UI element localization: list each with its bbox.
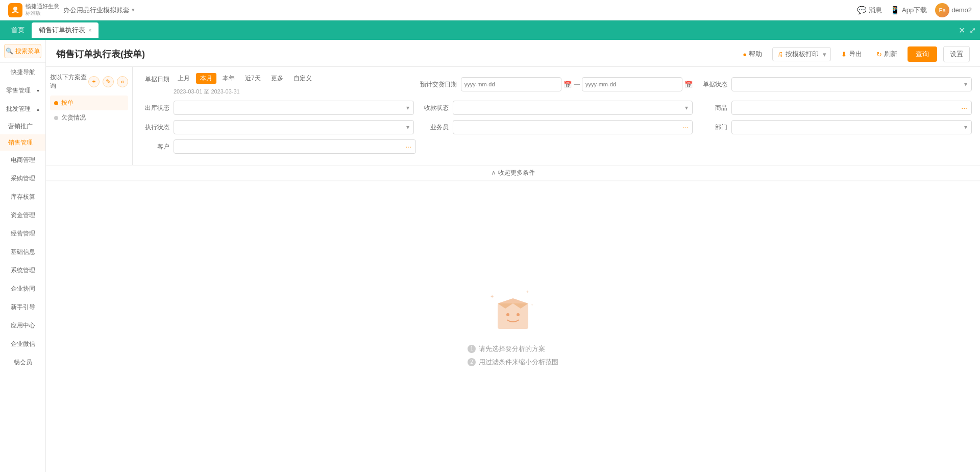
export-button[interactable]: ⬇ 导出	[837, 48, 866, 61]
date-tab-this-month[interactable]: 本月	[196, 73, 216, 84]
user-area[interactable]: Ea demo2	[935, 3, 972, 17]
status-label: 单据状态	[699, 80, 727, 89]
collapse-arrow: ∧	[491, 169, 498, 176]
sidebar-item-member[interactable]: 畅会员	[0, 353, 45, 371]
date-start-icon[interactable]: 📅	[564, 81, 572, 88]
filter-left-header: 按以下方案查询 + ✎ «	[50, 73, 128, 90]
date-field-group: 单据日期 上月 本月 本年 近7天 更多 自定义 2023-03-0	[141, 73, 414, 96]
salesperson-more-icon: ···	[682, 123, 689, 131]
collapse-bar[interactable]: ∧ 收起更多条件	[46, 165, 980, 180]
date-sep: —	[574, 81, 580, 88]
sidebar-search-button[interactable]: 🔍 搜索菜单	[4, 44, 41, 58]
search-button[interactable]: 查询	[908, 46, 937, 62]
tab-expand-btn[interactable]: ⤢	[969, 26, 976, 35]
collect-status-select[interactable]: ▾	[453, 101, 693, 115]
collapse-icon: «	[121, 78, 125, 85]
svg-point-8	[517, 313, 520, 316]
sidebar-item-guide[interactable]: 新手引导	[0, 298, 45, 316]
refresh-button[interactable]: ↻ 刷新	[872, 48, 901, 61]
status-select[interactable]: ▾	[731, 77, 972, 91]
tab-sales-exec[interactable]: 销售订单执行表 ×	[32, 22, 99, 38]
app-title-area[interactable]: 办公用品行业模拟账套 ▾	[63, 6, 135, 15]
sidebar-item-enterprise[interactable]: 企业协同	[0, 279, 45, 298]
sidebar-item-inventory[interactable]: 库存核算	[0, 187, 45, 206]
tab-close-btn[interactable]: ✕	[959, 26, 965, 35]
exec-status-select[interactable]: ▾	[174, 120, 414, 134]
tab-home[interactable]: 首页	[4, 22, 32, 38]
dept-select[interactable]: ▾	[731, 120, 972, 134]
expected-date-end[interactable]	[582, 77, 682, 91]
message-button[interactable]: 💬 消息	[857, 6, 882, 15]
expected-date-label: 预计交货日期	[420, 80, 457, 89]
sidebar-item-retail[interactable]: 零售管理 ▾	[0, 81, 45, 100]
sidebar: 🔍 搜索菜单 快捷导航 零售管理 ▾ 批发管理 ▴ 营销推广 销售管理 电商管理…	[0, 40, 46, 472]
sidebar-item-quick-nav[interactable]: 快捷导航	[0, 63, 45, 81]
scheme-inactive-dot	[54, 116, 58, 120]
scheme-item-shortage[interactable]: 欠货情况	[50, 110, 128, 125]
sidebar-item-wechat[interactable]: 企业微信	[0, 335, 45, 353]
status-arrow: ▾	[964, 81, 967, 88]
date-end-icon[interactable]: 📅	[684, 81, 693, 88]
header-right: 💬 消息 📱 App下载 Ea demo2	[857, 3, 972, 17]
print-label: 按模板打印	[786, 50, 819, 59]
tab-close-icon[interactable]: ×	[88, 27, 91, 33]
edit-scheme-button[interactable]: ✎	[103, 76, 114, 87]
date-field-label: 单据日期	[141, 75, 169, 84]
dept-arrow: ▾	[964, 124, 967, 131]
sidebar-item-sales-mgmt[interactable]: 销售管理	[0, 134, 45, 151]
header-left: 畅捷通好生意 标准版 办公用品行业模拟账套 ▾	[8, 3, 135, 17]
date-tab-custom[interactable]: 自定义	[289, 73, 316, 84]
sidebar-item-system[interactable]: 系统管理	[0, 261, 45, 279]
app-title-arrow: ▾	[132, 7, 135, 13]
top-header: 畅捷通好生意 标准版 办公用品行业模拟账套 ▾ 💬 消息 📱 App下载 Ea …	[0, 0, 980, 20]
sidebar-item-purchase[interactable]: 采购管理	[0, 169, 45, 187]
filter-panel: 按以下方案查询 + ✎ « 按单	[46, 67, 980, 165]
print-button[interactable]: 🖨 按模板打印 ▾	[772, 47, 831, 61]
sidebar-item-basic-info[interactable]: 基础信息	[0, 243, 45, 261]
tip-num-1: 1	[468, 345, 476, 353]
filter-left: 按以下方案查询 + ✎ « 按单	[46, 67, 133, 165]
quick-nav-label: 快捷导航	[11, 68, 35, 77]
svg-text:✦: ✦	[490, 294, 494, 299]
main-layout: 🔍 搜索菜单 快捷导航 零售管理 ▾ 批发管理 ▴ 营销推广 销售管理 电商管理…	[0, 40, 980, 472]
scheme-item-order[interactable]: 按单	[50, 96, 128, 110]
collect-status-field: 收款状态 ▾	[420, 101, 693, 115]
expected-date-range: 📅 — 📅	[461, 77, 693, 91]
sidebar-item-app-center[interactable]: 应用中心	[0, 316, 45, 335]
sidebar-item-wholesale[interactable]: 批发管理 ▴	[0, 100, 45, 118]
out-status-field: 出库状态 ▾	[141, 101, 414, 115]
guide-label: 新手引导	[11, 303, 35, 312]
help-button[interactable]: ● 帮助	[739, 48, 766, 61]
salesperson-field: 业务员 ···	[420, 120, 693, 134]
date-tab-last-month[interactable]: 上月	[174, 73, 194, 84]
retail-label: 零售管理	[6, 86, 31, 95]
date-tab-more[interactable]: 更多	[267, 73, 287, 84]
customer-field: 客户 ···	[141, 139, 416, 154]
collapse-label: 收起更多条件	[498, 169, 535, 176]
empty-state: ✦ ✦ ✦ 1 请先选择要分析的方案 2 用过滤条件来缩小分析范围	[46, 181, 980, 472]
settings-button[interactable]: 设置	[943, 46, 970, 62]
customer-input[interactable]: ···	[174, 139, 416, 154]
svg-text:✦: ✦	[526, 290, 529, 294]
expected-date-start[interactable]	[461, 77, 561, 91]
sidebar-item-marketing[interactable]: 营销推广	[0, 118, 45, 134]
content-area: 销售订单执行表(按单) ● 帮助 🖨 按模板打印 ▾ ⬇ 导出 ↻ 刷新	[46, 40, 980, 472]
filter-left-title: 按以下方案查询	[50, 73, 88, 90]
sidebar-item-operation[interactable]: 经营管理	[0, 224, 45, 243]
logo-icon	[8, 3, 22, 17]
app-download-button[interactable]: 📱 App下载	[890, 6, 927, 15]
sidebar-item-ecommerce[interactable]: 电商管理	[0, 151, 45, 169]
inventory-label: 库存核算	[11, 193, 35, 201]
date-tab-this-year[interactable]: 本年	[218, 73, 239, 84]
finance-label: 资金管理	[11, 211, 35, 220]
customer-label: 客户	[141, 143, 169, 151]
collapse-scheme-button[interactable]: «	[117, 76, 128, 87]
date-tab-7days[interactable]: 近7天	[241, 73, 265, 84]
add-scheme-button[interactable]: +	[88, 76, 100, 87]
sidebar-item-finance[interactable]: 资金管理	[0, 206, 45, 224]
out-status-select[interactable]: ▾	[174, 101, 414, 115]
goods-input[interactable]: ···	[731, 101, 972, 115]
svg-rect-1	[498, 303, 528, 329]
message-icon: 💬	[857, 6, 867, 15]
salesperson-input[interactable]: ···	[453, 120, 693, 134]
